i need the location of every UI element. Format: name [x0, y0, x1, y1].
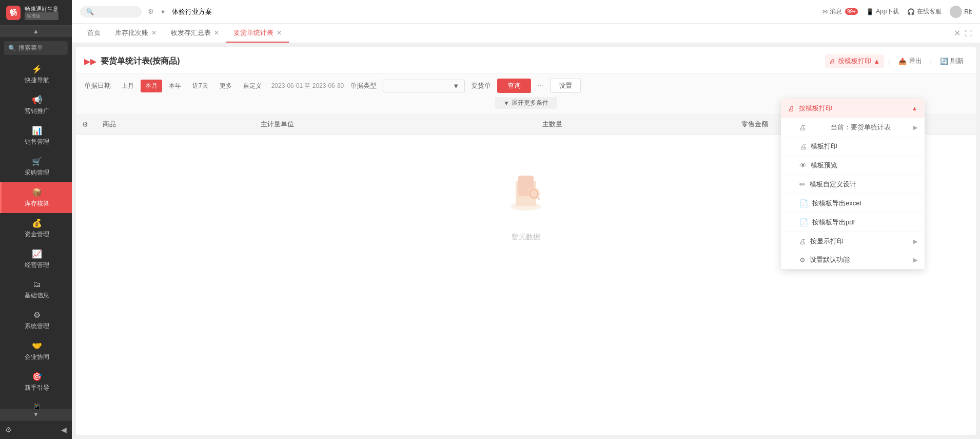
sidebar-item-label: 经营管理: [25, 261, 49, 270]
export-pdf-item[interactable]: 📄 按模板导出pdf: [781, 213, 925, 232]
date-filter-label: 单据日期: [84, 81, 111, 90]
sidebar-item-label: 销售管理: [25, 138, 49, 146]
sidebar-item-basic[interactable]: 🗂 基础信息: [0, 275, 72, 305]
sidebar-item-shortcut[interactable]: ⚡ 快捷导航: [0, 59, 72, 90]
column-settings-icon[interactable]: ⚙: [82, 121, 88, 128]
search-label: 搜索菜单: [18, 44, 43, 52]
app-logo: 畅 畅康通好生意 标准版: [0, 0, 72, 26]
search-menu-btn[interactable]: 🔍 搜索菜单: [4, 41, 68, 55]
export-btn[interactable]: 📤 导出: [894, 54, 926, 68]
expand-sidebar-btn[interactable]: ▶▶: [84, 56, 96, 66]
sidebar-item-label: 快捷导航: [25, 76, 49, 85]
tab-batch[interactable]: 库存批次账 ✕: [108, 24, 164, 43]
display-print-group[interactable]: 🖨 按显示打印 ▶: [781, 232, 925, 251]
sidebar-item-label: 采购管理: [25, 168, 49, 177]
query-btn[interactable]: 查询: [497, 79, 531, 93]
tab-batch-close[interactable]: ✕: [151, 29, 156, 36]
messages-btn[interactable]: ✉ 消息 99+: [822, 7, 858, 16]
query-btn-label: 查询: [507, 82, 521, 89]
expand-more-label: 展开更多条件: [512, 99, 548, 107]
refresh-icon: 🔄: [940, 58, 948, 65]
search-icon: 🔍: [86, 8, 94, 15]
print-expand-icon[interactable]: ▲: [873, 58, 880, 65]
template-preview-item[interactable]: 👁 模板预览: [781, 156, 925, 175]
trial-btn[interactable]: 体验行业方案: [172, 7, 212, 16]
template-design-item[interactable]: ✏ 模板自定义设计: [781, 175, 925, 194]
tab-receipt[interactable]: 收发存汇总表 ✕: [164, 24, 226, 43]
template-design-label: 模板自定义设计: [810, 180, 856, 189]
expand-more-btn[interactable]: ▼ 展开更多条件: [495, 97, 557, 109]
print-header-title: 按模板打印: [799, 104, 832, 113]
date-btn-7days[interactable]: 近7天: [188, 80, 213, 92]
default-settings-group[interactable]: ⚙ 设置默认功能 ▶: [781, 251, 925, 269]
scroll-down-btn[interactable]: ▼: [0, 409, 72, 420]
date-btn-more[interactable]: 更多: [215, 80, 237, 92]
sidebar-item-operation[interactable]: 📈 经营管理: [0, 244, 72, 275]
message-icon: ✉: [822, 8, 828, 15]
tab-receipt-close[interactable]: ✕: [214, 29, 219, 36]
date-btn-last-month[interactable]: 上月: [117, 80, 139, 92]
sidebar-footer: ⚙ ◀: [0, 420, 72, 439]
print-header-left: 🖨 按模板打印: [788, 104, 832, 113]
template-print-item[interactable]: 🖨 模板打印: [781, 137, 925, 156]
print-template-btn[interactable]: 🖨 按模板打印 ▲: [825, 54, 884, 68]
sidebar-item-inventory[interactable]: 📦 库存核算: [0, 182, 72, 213]
online-service-btn[interactable]: 🎧 在线客服: [907, 7, 942, 16]
date-btn-this-year[interactable]: 本年: [164, 80, 186, 92]
sidebar-item-sales[interactable]: 📊 销售管理: [0, 121, 72, 151]
tab-order-stat-close[interactable]: ✕: [277, 29, 282, 36]
page-header: ▶▶ 要货单统计表(按商品) 🖨 按模板打印 ▲ | 📤 导出 | 🔄 刷新: [76, 47, 976, 73]
scroll-up-btn[interactable]: ▲: [0, 26, 72, 37]
settings-btn[interactable]: ⚙: [148, 8, 154, 15]
tab-batch-label: 库存批次账: [115, 28, 148, 37]
avatar-icon: [950, 6, 962, 18]
sidebar-item-finance[interactable]: 💰 资金管理: [0, 213, 72, 244]
print-dropdown-popup: 🖨 按模板打印 ▲ 🖨 当前：要货单统计表 ▶ 🖨 模板打印 👁 模板预览 ✏: [781, 99, 925, 269]
sidebar-item-label: 资金管理: [25, 230, 49, 239]
sidebar-item-marketing[interactable]: 📢 营销推广: [0, 90, 72, 121]
guide-icon: 🎯: [32, 372, 42, 381]
tab-home[interactable]: 首页: [80, 24, 108, 43]
appstore-icon: 📱: [32, 403, 42, 409]
global-search[interactable]: 🔍: [80, 6, 142, 17]
collapse-icon[interactable]: ◀: [61, 426, 67, 434]
sidebar-item-purchase[interactable]: 🛒 采购管理: [0, 151, 72, 182]
expand-btn[interactable]: ▼: [160, 9, 166, 15]
app-download-btn[interactable]: 📱 App下载: [866, 7, 899, 16]
app-name: 畅康通好生意: [25, 5, 58, 12]
close-tab-btn[interactable]: ✕: [954, 28, 961, 38]
app-download-label: App下载: [876, 7, 899, 16]
refresh-btn[interactable]: 🔄 刷新: [936, 54, 968, 68]
th-product: 商品: [96, 114, 254, 135]
topbar: 🔍 ⚙ ▼ 体验行业方案 ✉ 消息 99+ 📱 App下载 🎧 在线客服: [72, 0, 980, 24]
settings-icon[interactable]: ⚙: [5, 426, 12, 434]
tab-order-stat[interactable]: 要货单统计表 ✕: [226, 24, 289, 43]
print-dropdown-header[interactable]: 🖨 按模板打印 ▲: [781, 99, 925, 118]
sidebar-item-appstore[interactable]: 📱 应用中心: [0, 397, 72, 409]
template-preview-label: 模板预览: [811, 161, 837, 170]
sidebar-item-system[interactable]: ⚙ 系统管理: [0, 305, 72, 336]
filter-settings-btn[interactable]: 设置: [550, 79, 581, 93]
system-icon: ⚙: [33, 310, 41, 320]
export-excel-label: 按模板导出excel: [812, 199, 861, 208]
print-label: 按模板打印: [838, 56, 871, 66]
online-service-label: 在线客服: [917, 7, 942, 16]
print-header-icon: 🖨: [788, 105, 795, 112]
more-options-btn[interactable]: ···: [535, 79, 546, 92]
date-btn-custom[interactable]: 自定义: [239, 80, 266, 92]
current-label: 当前：要货单统计表: [818, 123, 891, 132]
user-avatar[interactable]: Rit: [950, 6, 972, 18]
export-excel-item[interactable]: 📄 按模板导出excel: [781, 194, 925, 213]
type-dropdown[interactable]: ▼: [383, 80, 465, 92]
sidebar-item-label: 企业协同: [25, 353, 49, 361]
export-icon: 📤: [898, 58, 907, 65]
th-settings: ⚙: [76, 114, 96, 135]
app-tag: 标准版: [25, 12, 58, 20]
date-btn-this-month[interactable]: 本月: [141, 80, 162, 92]
expand-tab-btn[interactable]: ⛶: [965, 29, 972, 37]
empty-illustration: [500, 165, 552, 217]
sidebar-item-collab[interactable]: 🤝 企业协同: [0, 336, 72, 367]
messages-label: 消息: [830, 7, 842, 16]
print-current-item[interactable]: 🖨 当前：要货单统计表 ▶: [781, 118, 925, 137]
sidebar-item-guide[interactable]: 🎯 新手引导: [0, 367, 72, 397]
